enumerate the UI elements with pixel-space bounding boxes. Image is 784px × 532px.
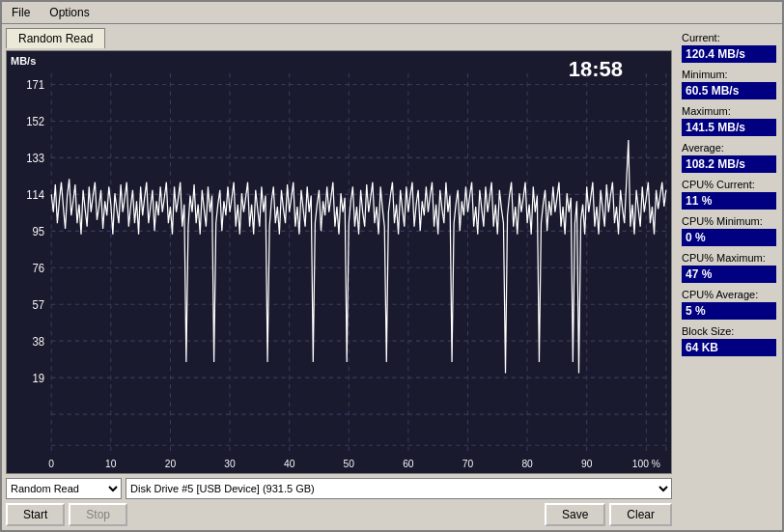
menubar: File Options <box>2 2 782 24</box>
menu-file[interactable]: File <box>6 4 36 21</box>
cpu-current-value: 11 % <box>682 192 776 210</box>
svg-text:152: 152 <box>26 114 44 128</box>
maximum-label: Maximum: <box>682 105 776 117</box>
menu-options[interactable]: Options <box>43 4 95 21</box>
svg-text:40: 40 <box>284 458 294 470</box>
cpu-current-label: CPU% Current: <box>682 179 776 190</box>
mode-dropdown[interactable]: Random Read <box>6 478 122 499</box>
current-value: 120.4 MB/s <box>682 45 776 63</box>
svg-text:133: 133 <box>26 151 44 165</box>
right-panel: Current: 120.4 MB/s Minimum: 60.5 MB/s M… <box>676 24 782 530</box>
svg-text:80: 80 <box>521 458 532 470</box>
cpu-minimum-value: 0 % <box>682 229 776 246</box>
current-label: Current: <box>682 32 776 43</box>
main-content: Random Read MB/s 18:58 <box>2 24 782 530</box>
svg-text:20: 20 <box>165 458 176 470</box>
maximum-value: 141.5 MB/s <box>682 119 776 136</box>
svg-text:100 %: 100 % <box>632 458 660 470</box>
action-buttons: Start Stop Save Clear <box>6 503 672 526</box>
chart-container: MB/s 18:58 <box>6 50 672 474</box>
main-window: File Options Random Read MB/s 18:58 <box>0 0 784 532</box>
svg-text:30: 30 <box>224 458 235 470</box>
svg-text:0: 0 <box>48 458 54 470</box>
svg-text:60: 60 <box>403 458 413 470</box>
clear-button[interactable]: Clear <box>609 503 672 526</box>
svg-text:57: 57 <box>32 297 44 312</box>
svg-text:171: 171 <box>26 77 44 92</box>
svg-text:50: 50 <box>344 458 354 470</box>
cpu-minimum-label: CPU% Minimum: <box>682 215 776 227</box>
tab-random-read[interactable]: Random Read <box>6 28 105 48</box>
average-label: Average: <box>682 142 776 154</box>
block-size-value: 64 KB <box>682 339 776 356</box>
cpu-average-value: 5 % <box>682 302 776 320</box>
block-size-label: Block Size: <box>682 325 776 337</box>
svg-text:70: 70 <box>462 458 473 470</box>
bottom-controls: Random Read Disk Drive #5 [USB Device] (… <box>6 478 672 499</box>
svg-text:76: 76 <box>32 261 44 275</box>
cpu-average-label: CPU% Average: <box>682 289 776 300</box>
cpu-maximum-value: 47 % <box>682 266 776 283</box>
average-value: 108.2 MB/s <box>682 155 776 173</box>
minimum-value: 60.5 MB/s <box>682 82 776 99</box>
svg-text:38: 38 <box>32 334 44 349</box>
svg-text:90: 90 <box>581 458 592 470</box>
save-button[interactable]: Save <box>545 503 605 526</box>
svg-text:10: 10 <box>105 458 116 470</box>
minimum-label: Minimum: <box>682 69 776 80</box>
chart-area: MB/s 18:58 <box>7 51 671 473</box>
tab-bar: Random Read <box>6 28 672 48</box>
stop-button[interactable]: Stop <box>69 503 127 526</box>
svg-text:19: 19 <box>32 371 44 385</box>
start-button[interactable]: Start <box>6 503 65 526</box>
chart-svg: 171 152 133 114 95 76 57 38 19 0 10 20 3… <box>7 51 671 473</box>
svg-text:114: 114 <box>26 187 44 202</box>
left-panel: Random Read MB/s 18:58 <box>2 24 676 530</box>
svg-text:95: 95 <box>32 224 44 238</box>
drive-dropdown[interactable]: Disk Drive #5 [USB Device] (931.5 GB) <box>126 478 672 499</box>
cpu-maximum-label: CPU% Maximum: <box>682 252 776 264</box>
